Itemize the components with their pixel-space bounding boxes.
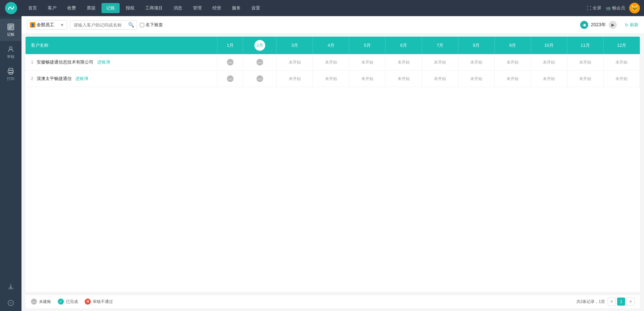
search-input[interactable]: [70, 21, 137, 30]
nav-service[interactable]: 服务: [227, 3, 245, 13]
svg-point-5: [9, 47, 12, 49]
col-month-2: 2月: [243, 37, 277, 54]
enter-ledger-link[interactable]: 进账簿: [97, 60, 110, 65]
nav-manage[interactable]: 管理: [188, 3, 206, 13]
toolbar: 👤 全部员工 ▼ 🔍 名下账套 ◀ 2023年 ▶ ↻ 刷新: [22, 16, 644, 34]
sidebar-item-chat[interactable]: [0, 295, 22, 311]
client-name-cell: 1 安徽畅捷通信息技术有限公司 进账簿: [26, 54, 217, 71]
legend-not-created-label: 未建账: [39, 299, 51, 305]
next-page-button[interactable]: >: [627, 298, 635, 306]
month-cell-6: 未开始: [386, 54, 422, 71]
refresh-button[interactable]: ↻ 刷新: [625, 22, 639, 28]
month-cell-12: 未开始: [603, 54, 640, 71]
sidebar-item-print[interactable]: 打印: [0, 63, 22, 85]
status-not-started: 未开始: [398, 76, 410, 81]
nav-message[interactable]: 消息: [169, 3, 187, 13]
col-month-4: 4月: [313, 37, 349, 54]
col-month-7: 7月: [422, 37, 458, 54]
vip-button[interactable]: 📹 畅会员: [605, 5, 625, 11]
col-month-10: 10月: [531, 37, 567, 54]
col-month-12: 12月: [603, 37, 640, 54]
current-page-button[interactable]: 1: [617, 298, 625, 306]
status-not-started: 未开始: [507, 76, 519, 81]
search-icon[interactable]: 🔍: [128, 22, 134, 28]
month-cell-1: —: [217, 71, 243, 87]
status-not-started: 未开始: [434, 76, 446, 81]
sidebar-item-audit[interactable]: 审核: [0, 41, 22, 63]
nav-client[interactable]: 客户: [43, 3, 61, 13]
main-layout: 记账 审核 打印: [0, 16, 644, 311]
nav-settings[interactable]: 设置: [247, 3, 265, 13]
enter-ledger-link[interactable]: 进账簿: [75, 76, 88, 81]
sidebar: 记账 审核 打印: [0, 16, 22, 311]
top-navigation: 首页 客户 收费 票据 记账 报税 工商项目 消息 管理 经营 服务 设置 ⛶ …: [0, 0, 644, 16]
next-year-button[interactable]: ▶: [609, 21, 617, 29]
employee-select[interactable]: 👤 全部员工 ▼: [27, 20, 67, 30]
month-cell-6: 未开始: [386, 71, 422, 87]
status-not-started: 未开始: [470, 60, 482, 65]
refresh-label: 刷新: [630, 22, 639, 28]
status-not-started: 未开始: [470, 76, 482, 81]
status-dash-icon: —: [227, 59, 234, 66]
legend-red-dot: ✕: [85, 299, 91, 305]
my-accounts-checkbox[interactable]: [140, 23, 144, 27]
svg-point-11: [9, 303, 10, 303]
status-dash-icon: —: [256, 75, 263, 82]
col-month-8: 8月: [458, 37, 494, 54]
fullscreen-button[interactable]: ⛶ 全屏: [587, 5, 601, 11]
footer: — 未建账 ✓ 已完成 ✕ 审核不通过 共2条记录，1页 < 1: [26, 295, 640, 308]
month-cell-5: 未开始: [349, 54, 386, 71]
fullscreen-label: 全屏: [593, 5, 601, 11]
chat-icon: [7, 299, 15, 307]
month-cell-7: 未开始: [422, 54, 458, 71]
status-dash-icon: —: [256, 59, 263, 66]
check-icon: ✓: [59, 299, 63, 304]
nav-operation[interactable]: 经营: [208, 3, 226, 13]
status-not-started: 未开始: [361, 60, 373, 65]
nav-right: ⛶ 全屏 📹 畅会员 🐱: [587, 3, 640, 13]
month-cell-10: 未开始: [531, 54, 567, 71]
prev-page-button[interactable]: <: [608, 298, 616, 306]
nav-charge[interactable]: 收费: [63, 3, 81, 13]
month-cell-8: 未开始: [458, 71, 494, 87]
row-index: 1: [31, 60, 33, 65]
svg-point-12: [10, 303, 11, 303]
month-cell-2: —: [243, 71, 277, 87]
table-header-row: 客户名称 1月 2月 3月 4月 5月 6月 7月 8月 9月 10月 11月: [26, 37, 640, 54]
nav-tax[interactable]: 报税: [121, 3, 139, 13]
month-cell-7: 未开始: [422, 71, 458, 87]
nav-accounting[interactable]: 记账: [102, 3, 120, 13]
sidebar-audit-label: 审核: [7, 54, 14, 59]
checkbox-label[interactable]: 名下账套: [140, 22, 163, 28]
footer-right: 共2条记录，1页 < 1 >: [576, 298, 635, 306]
accounting-icon: [7, 23, 15, 31]
status-not-started: 未开始: [507, 60, 519, 65]
avatar[interactable]: 🐱: [629, 3, 640, 13]
status-not-started: 未开始: [434, 60, 446, 65]
logo: [4, 1, 18, 15]
prev-year-button[interactable]: ◀: [580, 21, 588, 29]
table-row: 1 安徽畅捷通信息技术有限公司 进账簿 ——未开始未开始未开始未开始未开始未开始…: [26, 54, 640, 71]
nav-invoice[interactable]: 票据: [82, 3, 100, 13]
nav-home[interactable]: 首页: [24, 3, 42, 13]
legend-teal-dot: ✓: [58, 299, 64, 305]
month-cell-9: 未开始: [494, 54, 531, 71]
vip-label: 畅会员: [612, 5, 625, 11]
month-cell-2: —: [243, 54, 277, 71]
checkbox-text: 名下账套: [146, 22, 163, 28]
status-dash-icon: —: [227, 75, 234, 82]
refresh-icon: ↻: [625, 23, 629, 28]
col-client-name: 客户名称: [26, 37, 217, 54]
status-not-started: 未开始: [543, 60, 555, 65]
col-month-3: 3月: [277, 37, 313, 54]
svg-rect-6: [9, 68, 13, 70]
nav-business[interactable]: 工商项目: [140, 3, 167, 13]
legend-not-created: — 未建账: [31, 299, 51, 305]
legend-completed-label: 已完成: [66, 299, 78, 305]
sidebar-item-accounting[interactable]: 记账: [0, 19, 22, 41]
svg-point-13: [11, 303, 12, 303]
status-not-started: 未开始: [361, 76, 373, 81]
month-cell-3: 未开始: [277, 71, 313, 87]
sidebar-item-download[interactable]: [0, 279, 22, 295]
table-row: 2 漠澳太平畅捷通信 进账簿 ——未开始未开始未开始未开始未开始未开始未开始未开…: [26, 71, 640, 87]
